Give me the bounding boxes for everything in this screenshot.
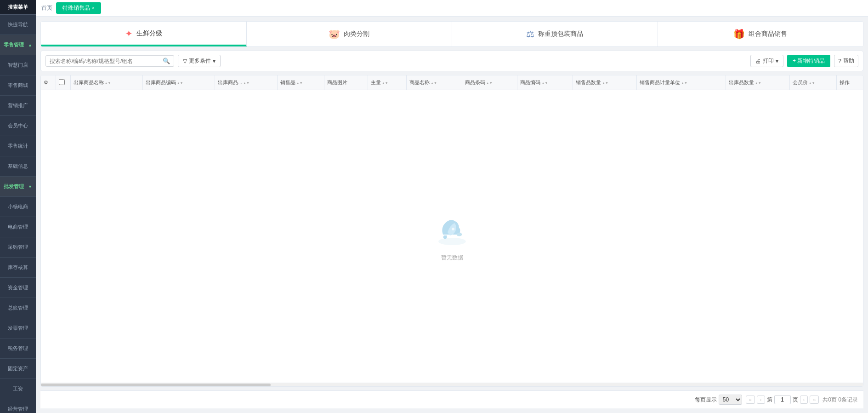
per-page-label: 每页显示	[695, 396, 717, 404]
th-member-price[interactable]: 会员价▲▼	[789, 75, 837, 90]
prev-page-button[interactable]: ‹	[757, 396, 765, 404]
page-label-after: 页	[793, 396, 798, 404]
empty-state: 暂无数据	[41, 90, 863, 383]
meat-tab-icon: 🐷	[329, 29, 340, 40]
sidebar-item-tax[interactable]: 税务管理	[0, 338, 36, 359]
sidebar-item-fixed-assets[interactable]: 固定资产	[0, 359, 36, 379]
search-box[interactable]: 🔍	[45, 55, 174, 67]
data-table-wrapper: ⚙ 出库商品名称▲▼ 出库商品编码▲▼ 出库商品...▲▼ 销售品▲▼ 商品图片…	[40, 75, 863, 387]
page-size-selector: 每页显示 10 20 50 100	[695, 395, 742, 405]
th-checkbox[interactable]	[56, 75, 70, 90]
horizontal-scrollbar[interactable]	[41, 383, 863, 386]
sidebar-section-wholesale-label: 批发管理	[4, 183, 28, 190]
help-label: 帮助	[843, 57, 854, 65]
help-button[interactable]: ? 帮助	[834, 55, 858, 67]
topbar-tab-label: 特殊销售品	[62, 4, 90, 12]
page-navigation: « ‹ 第 页 › »	[746, 395, 819, 404]
th-out-spec[interactable]: 出库商品...▲▼	[215, 75, 277, 90]
sidebar-item-small-e[interactable]: 小畅电商	[0, 197, 36, 217]
sidebar-item-marketing[interactable]: 营销推广	[0, 96, 36, 116]
cat-tab-meat-label: 肉类分割	[344, 30, 369, 38]
table-header-row: ⚙ 出库商品名称▲▼ 出库商品编码▲▼ 出库商品...▲▼ 销售品▲▼ 商品图片…	[41, 75, 863, 90]
th-operation: 操作	[837, 75, 863, 90]
topbar: 首页 特殊销售品 ×	[36, 0, 868, 17]
svg-point-1	[452, 228, 454, 230]
cat-tab-combo[interactable]: 🎁 组合商品销售	[658, 22, 863, 46]
sidebar-item-finance[interactable]: 资金管理	[0, 278, 36, 298]
per-page-select[interactable]: 10 20 50 100	[719, 395, 742, 405]
main-content: 首页 特殊销售品 × ✦ 生鲜分级 🐷 肉类分割 ⚖ 称重预包装商品 🎁 组合商…	[36, 0, 868, 413]
wholesale-arrow-icon: ▼	[28, 184, 32, 189]
th-edit-code[interactable]: 商品编码▲▼	[517, 75, 573, 90]
sidebar-item-smart-store[interactable]: 智慧门店	[0, 55, 36, 75]
filter-icon: ▽	[183, 58, 187, 64]
th-out-code[interactable]: 出库商品编码▲▼	[142, 75, 215, 90]
combo-tab-icon: 🎁	[733, 29, 745, 40]
th-barcode[interactable]: 商品条码▲▼	[462, 75, 517, 90]
weigh-tab-icon: ⚖	[526, 29, 534, 40]
print-button[interactable]: 🖨 打印 ▾	[750, 55, 783, 67]
sidebar-item-basic-info-retail[interactable]: 基础信息	[0, 156, 36, 177]
cat-tab-meat[interactable]: 🐷 肉类分割	[247, 22, 453, 46]
sidebar-item-salary[interactable]: 工资	[0, 379, 36, 399]
sidebar-item-business[interactable]: 经营管理	[0, 399, 36, 413]
select-all-checkbox[interactable]	[59, 79, 65, 85]
last-page-button[interactable]: »	[810, 396, 819, 404]
filter-label: 更多条件	[189, 57, 211, 65]
topbar-tab-close-icon[interactable]: ×	[92, 6, 95, 11]
sidebar-section-wholesale[interactable]: 批发管理 ▼	[0, 177, 36, 197]
sidebar-section-retail-label: 零售管理	[4, 41, 28, 48]
th-sale-item[interactable]: 销售品▲▼	[277, 75, 324, 90]
empty-text: 暂无数据	[441, 254, 463, 262]
th-out-name[interactable]: 出库商品名称▲▼	[70, 75, 142, 90]
th-sale-unit[interactable]: 销售商品计量单位▲▼	[637, 75, 726, 90]
sidebar-item-member-center[interactable]: 会员中心	[0, 116, 36, 136]
first-page-button[interactable]: «	[746, 396, 755, 404]
sidebar-section-retail[interactable]: 零售管理 ▲	[0, 35, 36, 55]
sidebar-item-quick-nav[interactable]: 快捷导航	[0, 15, 36, 35]
filter-button[interactable]: ▽ 更多条件 ▾	[178, 55, 221, 67]
th-out-qty[interactable]: 出库品数量▲▼	[726, 75, 789, 90]
pagination: 每页显示 10 20 50 100 « ‹ 第 页 › » 共0页 0条记录	[40, 390, 863, 408]
cat-tab-weigh-label: 称重预包装商品	[538, 30, 583, 38]
print-arrow-icon: ▾	[776, 58, 778, 64]
page-number-input[interactable]	[774, 395, 791, 404]
sidebar-item-invoice[interactable]: 发票管理	[0, 318, 36, 338]
page-total-info: 共0页 0条记录	[823, 396, 858, 404]
category-tabs: ✦ 生鲜分级 🐷 肉类分割 ⚖ 称重预包装商品 🎁 组合商品销售	[40, 21, 863, 47]
next-page-button[interactable]: ›	[800, 396, 808, 404]
help-icon: ?	[838, 58, 841, 64]
th-sale-qty[interactable]: 销售品数量▲▼	[573, 75, 637, 90]
cat-tab-combo-label: 组合商品销售	[749, 30, 787, 38]
sidebar-item-purchase[interactable]: 采购管理	[0, 237, 36, 258]
search-icon[interactable]: 🔍	[163, 57, 170, 64]
content-area: ✦ 生鲜分级 🐷 肉类分割 ⚖ 称重预包装商品 🎁 组合商品销售 🔍	[36, 17, 868, 413]
search-input[interactable]	[50, 58, 161, 64]
sidebar-item-ledger[interactable]: 总账管理	[0, 298, 36, 318]
th-weight[interactable]: 主量▲▼	[368, 75, 406, 90]
toolbar-right: 🖨 打印 ▾ + 新增特销品 ? 帮助	[750, 55, 858, 67]
svg-point-0	[438, 238, 466, 245]
retail-arrow-icon: ▲	[28, 43, 32, 47]
cat-tab-fresh[interactable]: ✦ 生鲜分级	[41, 22, 247, 46]
topbar-home-link[interactable]: 首页	[41, 4, 52, 12]
filter-arrow-icon: ▾	[213, 58, 216, 64]
page-label-before: 第	[767, 396, 772, 404]
topbar-active-tab[interactable]: 特殊销售品 ×	[56, 2, 101, 14]
print-label: 打印	[763, 57, 774, 65]
data-table: ⚙ 出库商品名称▲▼ 出库商品编码▲▼ 出库商品...▲▼ 销售品▲▼ 商品图片…	[41, 75, 863, 90]
cat-tab-weigh[interactable]: ⚖ 称重预包装商品	[452, 22, 658, 46]
cat-tab-fresh-label: 生鲜分级	[136, 29, 162, 38]
empty-icon	[434, 212, 471, 248]
scrollbar-thumb[interactable]	[41, 384, 271, 386]
sidebar-item-inventory[interactable]: 库存核算	[0, 258, 36, 278]
sidebar-item-ecommerce[interactable]: 电商管理	[0, 217, 36, 237]
sidebar: 搜索菜单 快捷导航 零售管理 ▲ 智慧门店 零售商城 营销推广 会员中心 零售统…	[0, 0, 36, 413]
add-special-product-button[interactable]: + 新增特销品	[787, 55, 830, 67]
th-name[interactable]: 商品名称▲▼	[407, 75, 462, 90]
sidebar-logo[interactable]: 搜索菜单	[0, 0, 36, 15]
sidebar-item-retail-stats[interactable]: 零售统计	[0, 136, 36, 156]
th-image: 商品图片	[324, 75, 368, 90]
sidebar-item-retail-mall[interactable]: 零售商城	[0, 75, 36, 96]
th-settings[interactable]: ⚙	[41, 75, 56, 90]
